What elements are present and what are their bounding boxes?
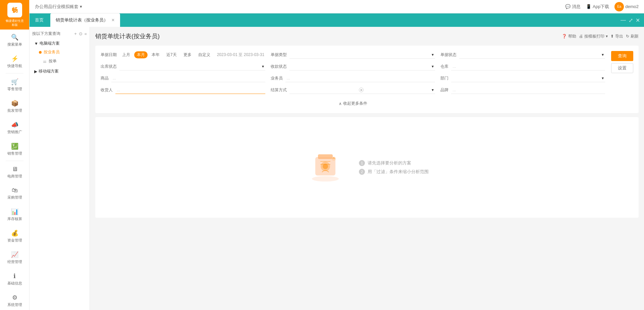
sidebar-label-8: 库存核算 [7, 216, 22, 221]
sidebar-item-4[interactable]: 📣 营销推广 [0, 117, 29, 139]
collapse-button[interactable]: ∧ 收起更多条件 [336, 98, 370, 109]
sidebar-icon-0: 🔍 [11, 34, 18, 41]
filter-row-1: 单据日期 上月 本月 本年 近7天 更多 自定义 2023-03-01 至 20… [101, 51, 605, 59]
date-tab-last-month[interactable]: 上月 [119, 51, 133, 58]
doc-status-select[interactable]: ▾ [459, 51, 605, 59]
plan-item-by-salesperson[interactable]: 按业务员 [32, 48, 87, 57]
query-button[interactable]: 查询 [611, 51, 633, 61]
settings-plan-icon[interactable]: ⊙ [79, 31, 83, 36]
plan-group-mobile[interactable]: ▶ 移动端方案 [32, 67, 87, 75]
app-download-button[interactable]: 📱 App下载 [586, 4, 609, 10]
sidebar-icon-11: ℹ [13, 272, 16, 280]
sidebar-label-10: 经营管理 [7, 259, 22, 264]
breadcrumb-dropdown[interactable]: 办公用品行业模拟账套 ▾ [35, 4, 82, 10]
sidebar-item-11[interactable]: ℹ 基础信息 [0, 268, 29, 290]
goods-input[interactable]: ... [111, 74, 265, 82]
app-download-label: App下载 [593, 4, 609, 10]
sidebar-item-3[interactable]: 📦 批发管理 [0, 96, 29, 117]
out-status-select[interactable]: ▾ [119, 63, 265, 70]
plan-section-desktop: ▼ 电脑端方案 按业务员 ⚌ 按单 [32, 39, 87, 66]
tab-bar-actions: — ⤢ ✕ [621, 17, 644, 23]
sidebar-item-8[interactable]: 📊 库存核算 [0, 204, 29, 225]
refresh-button[interactable]: ↻ 刷新 [626, 34, 639, 39]
sidebar-icon-8: 📊 [11, 208, 18, 215]
sidebar-icon-7: 🛍 [12, 187, 18, 194]
doc-type-select[interactable]: ▾ [289, 51, 435, 59]
sidebar-item-7[interactable]: 🛍 采购管理 [0, 183, 29, 204]
sidebar-item-12[interactable]: ⚙ 系统管理 [0, 290, 29, 310]
sidebar-icon-12: ⚙ [12, 294, 17, 301]
tab-maximize-button[interactable]: ⤢ [629, 17, 633, 23]
tab-home-label: 首页 [35, 17, 44, 23]
sidebar-item-0[interactable]: 🔍 搜索菜单 [0, 30, 29, 51]
sidebar-icon-3: 📦 [11, 100, 18, 107]
collapse-label: 收起更多条件 [343, 101, 367, 106]
sidebar-label-4: 营销推广 [7, 130, 22, 135]
filter-row-4: 收货人 ... 结算方式 ✕ ▾ 品牌 [101, 86, 605, 94]
user-name: demo2 [625, 4, 639, 9]
filter-department: 部门 ▾ [440, 74, 605, 82]
user-profile[interactable]: Ea demo2 [614, 2, 639, 11]
logo-area[interactable]: 畅 畅捷通好生意 标版 [0, 0, 29, 30]
sidebar: 畅 畅捷通好生意 标版 🔍 搜索菜单 ⚡ 快捷导航 🛒 零售管理 📦 批发管理 … [0, 0, 30, 310]
collapse-panel-icon[interactable]: « [85, 31, 87, 36]
add-plan-icon[interactable]: + [74, 31, 77, 36]
date-tab-more[interactable]: 更多 [181, 51, 194, 58]
sidebar-item-2[interactable]: 🛒 零售管理 [0, 74, 29, 96]
tip-2-text: 用「过滤」条件来缩小分析范围 [368, 169, 429, 175]
avatar: Ea [614, 2, 624, 11]
date-tab-7days[interactable]: 近7天 [164, 51, 179, 58]
plan-group-desktop[interactable]: ▼ 电脑端方案 [32, 39, 87, 48]
empty-state: 1 请先选择要分析的方案 2 用「过滤」条件来缩小分析范围 [95, 117, 639, 218]
message-label: 消息 [572, 4, 581, 10]
logo-icon: 畅 [7, 3, 22, 17]
date-control: 上月 本月 本年 近7天 更多 自定义 2023-03-01 至 2023-03… [119, 51, 265, 58]
plan-section-mobile: ▶ 移动端方案 [32, 67, 87, 75]
doc-status-arrow-icon: ▾ [602, 52, 604, 57]
warehouse-input[interactable]: ... [451, 63, 605, 70]
export-button[interactable]: ⬆ 导出 [610, 34, 623, 39]
date-range-text: 2023-03-01 至 2023-03-31 [217, 52, 264, 58]
settle-clear-icon[interactable]: ✕ [359, 88, 364, 92]
tab-close-icon[interactable]: ✕ [111, 18, 115, 22]
left-panel: 按以下方案查询 + ⊙ « ▼ 电脑端方案 按业务员 ⚌ 按单 [30, 27, 90, 310]
plan-sub-item-by-order[interactable]: ⚌ 按单 [32, 57, 87, 66]
salesperson-input[interactable]: ... [285, 74, 435, 82]
empty-tips: 1 请先选择要分析的方案 2 用「过滤」条件来缩小分析范围 [359, 160, 429, 175]
tab-home[interactable]: 首页 [30, 13, 49, 27]
print-dropdown-icon: ▾ [606, 34, 608, 39]
brand-input[interactable]: ... [451, 86, 605, 94]
goods-dots: ... [113, 76, 116, 81]
filter-salesperson: 业务员 ... [271, 74, 435, 82]
sidebar-icon-5: 💹 [11, 143, 18, 150]
settle-select[interactable]: ✕ ▾ [289, 86, 435, 94]
sidebar-item-6[interactable]: 🖥 电商管理 [0, 162, 29, 183]
date-tab-this-year[interactable]: 本年 [149, 51, 162, 58]
pay-status-select[interactable]: ▾ [289, 63, 435, 70]
date-label: 单据日期 [101, 52, 117, 58]
sidebar-item-9[interactable]: 💰 资金管理 [0, 225, 29, 247]
sidebar-label-0: 搜索菜单 [7, 42, 22, 47]
tab-close-all-button[interactable]: ✕ [636, 17, 640, 23]
settings-button[interactable]: 设置 [611, 63, 633, 73]
sidebar-item-1[interactable]: ⚡ 快捷导航 [0, 51, 29, 72]
print-template-button[interactable]: 🖨 按模板打印 ▾ [579, 34, 608, 39]
tab-minimize-button[interactable]: — [621, 17, 626, 23]
plan-sub-label: 按单 [49, 58, 57, 64]
date-tab-custom[interactable]: 自定义 [196, 51, 213, 58]
filter-goods: 商品 ... [101, 74, 265, 82]
print-icon: 🖨 [579, 34, 583, 39]
date-tab-this-month[interactable]: 本月 [134, 51, 148, 58]
sidebar-item-10[interactable]: 📈 经营管理 [0, 247, 29, 268]
department-select[interactable]: ▾ [451, 74, 605, 82]
plan-sub-icon: ⚌ [43, 59, 47, 64]
sidebar-icon-2: 🛒 [11, 78, 18, 86]
sidebar-item-5[interactable]: 💹 销售管理 [0, 139, 29, 160]
tab-sales-stats[interactable]: 销货单统计表（按业务员） ✕ [50, 13, 120, 27]
doc-type-arrow-icon: ▾ [432, 52, 434, 57]
consignee-input[interactable]: ... [115, 86, 265, 94]
message-button[interactable]: 💬 消息 [565, 4, 581, 10]
pay-status-arrow-icon: ▾ [432, 64, 434, 69]
warehouse-dots: ... [452, 64, 456, 69]
help-button[interactable]: ❓ 帮助 [562, 34, 576, 39]
